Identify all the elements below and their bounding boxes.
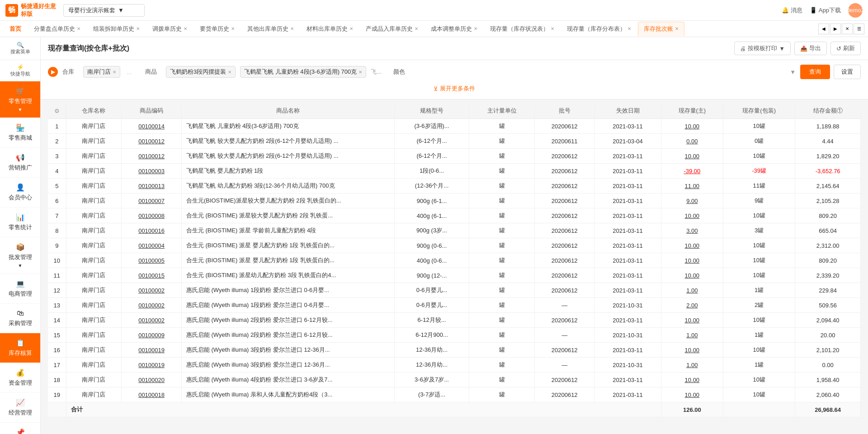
cell-qty-main[interactable]: 10.00 bbox=[661, 208, 723, 223]
sidebar-item-operations[interactable]: 📈 经营管理 bbox=[0, 393, 40, 423]
close-tab-cai-liao[interactable]: ✕ bbox=[349, 26, 353, 31]
warehouse-tag-close[interactable]: ✕ bbox=[113, 70, 116, 75]
refresh-btn[interactable]: ↺ 刷新 bbox=[830, 42, 861, 55]
tab-qi-ta-chu[interactable]: 其他出库单历史 ✕ bbox=[241, 22, 300, 36]
cell-code[interactable]: 00100012 bbox=[122, 149, 182, 164]
cell-qty-main[interactable]: 10.00 bbox=[661, 253, 723, 268]
sidebar-item-retail-shop[interactable]: 🏪 零售商城 bbox=[0, 118, 40, 148]
settings-icon[interactable]: ⚙ bbox=[54, 108, 60, 114]
cell-code[interactable]: 00100012 bbox=[122, 134, 182, 149]
app-download-btn[interactable]: 📱 App下载 bbox=[810, 6, 841, 14]
tab-home[interactable]: 首页 bbox=[4, 22, 27, 36]
cell-qty-main[interactable]: 10.00 bbox=[661, 268, 723, 283]
close-tab-chan-pin-ru[interactable]: ✕ bbox=[415, 26, 418, 31]
cell-qty-main[interactable]: -39.00 bbox=[661, 164, 723, 179]
cell-qty-main[interactable]: 1.00 bbox=[661, 328, 723, 343]
cell-code[interactable]: 00100009 bbox=[122, 328, 182, 343]
cell-qty-main[interactable]: 10.00 bbox=[661, 313, 723, 328]
col-settings[interactable]: ⚙ bbox=[48, 103, 66, 119]
cell-code[interactable]: 00100002 bbox=[122, 298, 182, 313]
tab-ku-cun[interactable]: 库存批次账 ✕ bbox=[638, 22, 684, 36]
close-tab-xian-cun-1[interactable]: ✕ bbox=[551, 26, 554, 31]
cell-code[interactable]: 00100007 bbox=[122, 193, 182, 208]
close-tab-qi-ta-chu[interactable]: ✕ bbox=[290, 26, 294, 31]
account-selector[interactable]: 母婴行业演示账套 ▼ bbox=[63, 4, 145, 17]
tab-cheng-ben[interactable]: 成本调整单历史 ✕ bbox=[425, 22, 483, 36]
sidebar-item-finance[interactable]: 💰 资金管理 bbox=[0, 363, 40, 393]
tab-xian-cun-2[interactable]: 现存量（库存分布表） ✕ bbox=[561, 22, 637, 36]
sidebar-item-purchase[interactable]: 🛍 采购管理 bbox=[0, 304, 40, 333]
cell-code[interactable]: 00100004 bbox=[122, 238, 182, 253]
tab-more[interactable]: ☰ bbox=[854, 24, 864, 34]
sidebar-item-retail-stat[interactable]: 📊 零售统计 bbox=[0, 208, 40, 237]
tab-cai-liao[interactable]: 材料出库单历史 ✕ bbox=[301, 22, 359, 36]
cell-code[interactable]: 00100002 bbox=[122, 313, 182, 328]
tab-chan-pin-ru[interactable]: 产成品入库单历史 ✕ bbox=[360, 22, 424, 36]
sidebar-item-quick-nav[interactable]: ⚡ 快捷导航 bbox=[0, 60, 40, 81]
cell-code[interactable]: 00100008 bbox=[122, 208, 182, 223]
close-tab-ku-cun[interactable]: ✕ bbox=[675, 26, 679, 31]
cell-code[interactable]: 00100014 bbox=[122, 119, 182, 134]
sidebar-item-basic-info[interactable]: 📌 基础信息 bbox=[0, 423, 40, 434]
cell-code[interactable]: 00100020 bbox=[122, 373, 182, 387]
tab-close-current[interactable]: ✕ bbox=[842, 24, 853, 34]
cell-code[interactable]: 00100005 bbox=[122, 253, 182, 268]
sidebar-item-retail-mgmt[interactable]: 🛒 零售管理 ▼ bbox=[0, 81, 40, 118]
tab-scroll-left[interactable]: ◀ bbox=[818, 24, 829, 34]
product-tag-1[interactable]: 飞鹤星飞帆 儿童奶粉 4段(3-6岁适用) 700克 ✕ bbox=[240, 66, 366, 78]
query-btn[interactable]: 查询 bbox=[800, 65, 830, 79]
tab-tiao-bo[interactable]: 调拨单历史 ✕ bbox=[146, 22, 193, 36]
sidebar-item-wholesale[interactable]: 📦 批发管理 ▼ bbox=[0, 237, 40, 274]
sidebar-item-search[interactable]: 🔍 搜索英单 bbox=[0, 37, 40, 60]
message-btn[interactable]: 🔔 消息 bbox=[782, 6, 802, 14]
close-tab-tiao-bo[interactable]: ✕ bbox=[184, 26, 187, 31]
sidebar-item-marketing[interactable]: 📢 营销推广 bbox=[0, 148, 40, 178]
cell-qty-main[interactable]: 1.00 bbox=[661, 358, 723, 373]
expand-conditions-btn[interactable]: ⊻ 展开更多条件 bbox=[434, 85, 475, 93]
tab-yao-huo[interactable]: 要货单历史 ✕ bbox=[194, 22, 241, 36]
cell-qty-main[interactable]: 2.00 bbox=[661, 298, 723, 313]
cell-code[interactable]: 00100003 bbox=[122, 164, 182, 179]
filter-toggle-btn[interactable]: ▶ bbox=[48, 67, 58, 77]
avatar[interactable]: demo2 bbox=[848, 3, 863, 18]
cell-code[interactable]: 00100013 bbox=[122, 179, 182, 193]
product-tag-0[interactable]: 飞鹤奶粉3段丙摆提装 ✕ bbox=[166, 66, 236, 78]
cell-qty-main[interactable]: 10.00 bbox=[661, 119, 723, 134]
warehouse-tag[interactable]: 南岸门店 ✕ bbox=[83, 66, 120, 78]
cell-code[interactable]: 00100018 bbox=[122, 387, 182, 402]
cell-qty-main[interactable]: 10.00 bbox=[661, 387, 723, 402]
tab-xian-cun-1[interactable]: 现存量（库存状况表） ✕ bbox=[484, 22, 560, 36]
close-tab-cheng-ben[interactable]: ✕ bbox=[474, 26, 477, 31]
cell-qty-main[interactable]: 10.00 bbox=[661, 238, 723, 253]
cell-code[interactable]: 00100002 bbox=[122, 283, 182, 298]
close-tab-yao-huo[interactable]: ✕ bbox=[231, 26, 235, 31]
cell-qty-main[interactable]: 10.00 bbox=[661, 373, 723, 387]
close-tab-zu-chai[interactable]: ✕ bbox=[136, 26, 140, 31]
close-tab-xian-cun-2[interactable]: ✕ bbox=[627, 26, 631, 31]
product-tag-0-close[interactable]: ✕ bbox=[228, 70, 231, 75]
cell-qty-main[interactable]: 11.00 bbox=[661, 179, 723, 193]
color-dropdown-arrow[interactable]: ▼ bbox=[790, 69, 796, 75]
cell-qty-main[interactable]: 10.00 bbox=[661, 149, 723, 164]
cell-qty-main[interactable]: 9.00 bbox=[661, 193, 723, 208]
cell-qty-main[interactable]: 3.00 bbox=[661, 223, 723, 238]
sidebar-item-inventory[interactable]: 📋 库存核算 bbox=[0, 333, 40, 363]
sidebar-item-member[interactable]: 👤 会员中心 bbox=[0, 178, 40, 208]
tab-fen-pan[interactable]: 分量盘点单历史 ✕ bbox=[28, 22, 86, 36]
tab-scroll-right[interactable]: ▶ bbox=[830, 24, 841, 34]
sidebar-item-ecommerce[interactable]: 💻 电商管理 bbox=[0, 274, 40, 304]
product-more[interactable]: 飞... bbox=[371, 68, 382, 76]
export-btn[interactable]: 📤 导出 bbox=[794, 42, 827, 55]
cell-code[interactable]: 00100019 bbox=[122, 358, 182, 373]
cell-code[interactable]: 00100015 bbox=[122, 268, 182, 283]
set-btn[interactable]: 设置 bbox=[834, 65, 861, 79]
tab-zu-chai[interactable]: 组装拆卸单历史 ✕ bbox=[87, 22, 146, 36]
cell-qty-main[interactable]: 10.00 bbox=[661, 343, 723, 358]
cell-qty-main[interactable]: 0.00 bbox=[661, 134, 723, 149]
cell-code[interactable]: 00100019 bbox=[122, 343, 182, 358]
close-tab-fen-pan[interactable]: ✕ bbox=[77, 26, 80, 31]
product-tag-1-close[interactable]: ✕ bbox=[359, 70, 362, 75]
cell-code[interactable]: 00100016 bbox=[122, 223, 182, 238]
template-print-btn[interactable]: 🖨 按模板打印 ▼ bbox=[734, 42, 791, 55]
cell-qty-main[interactable]: 1.00 bbox=[661, 283, 723, 298]
